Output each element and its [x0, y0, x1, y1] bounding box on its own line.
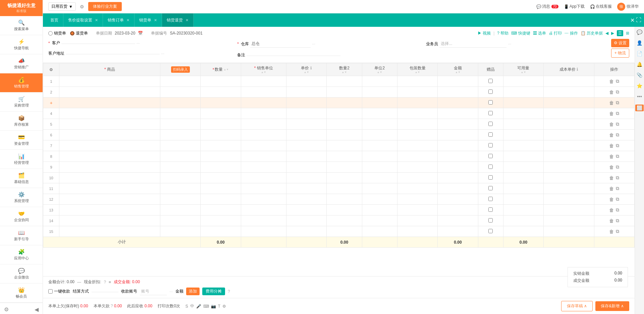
unit2-cell[interactable]: [362, 140, 397, 151]
delete-row-icon[interactable]: 🗑: [609, 111, 614, 116]
qty2-cell[interactable]: [327, 151, 362, 162]
qty2-cell[interactable]: [327, 205, 362, 215]
gift-cell[interactable]: [478, 215, 503, 226]
available-cell[interactable]: [503, 151, 543, 162]
copy-row-icon[interactable]: ⧉: [616, 89, 619, 95]
pack-qty-cell[interactable]: [397, 98, 437, 108]
set-button[interactable]: ⚙ 设置: [611, 39, 629, 47]
unit-price-cell[interactable]: [286, 108, 327, 119]
sales-unit-cell[interactable]: [241, 173, 286, 183]
customer-input[interactable]: [61, 42, 135, 44]
available-cell[interactable]: [503, 183, 543, 194]
qty-cell[interactable]: [201, 130, 241, 140]
delete-row-icon[interactable]: 🗑: [609, 89, 614, 95]
cost-price-cell[interactable]: [544, 87, 594, 98]
unit-price-cell[interactable]: [286, 183, 327, 194]
sidebar-item-guide[interactable]: 📖 新手引导: [0, 226, 43, 245]
pack-qty-cell[interactable]: [397, 151, 437, 162]
gift-checkbox[interactable]: [488, 175, 493, 180]
industry-select[interactable]: 日用百货 ▼: [48, 2, 76, 11]
warehouse-dots[interactable]: ···: [312, 42, 315, 46]
radio-sales-input[interactable]: [48, 31, 53, 36]
delete-row-icon[interactable]: 🗑: [609, 132, 614, 138]
th-settings[interactable]: ⚙: [43, 63, 59, 76]
available-cell[interactable]: [503, 119, 543, 130]
sales-unit-cell[interactable]: [241, 205, 286, 215]
available-cell[interactable]: [503, 194, 543, 205]
one-pay-checkbox[interactable]: [48, 289, 53, 294]
amount-cell[interactable]: [438, 226, 478, 237]
unit2-cell[interactable]: [362, 87, 397, 98]
pack-qty-cell[interactable]: [397, 173, 437, 183]
unit2-cell[interactable]: [362, 194, 397, 205]
salesperson-dots[interactable]: ···: [508, 42, 511, 46]
sp-docs-icon[interactable]: 📄: [637, 51, 642, 56]
pack-qty-cell[interactable]: [397, 140, 437, 151]
cost-price-cell[interactable]: [544, 183, 594, 194]
gift-checkbox[interactable]: [488, 100, 493, 105]
pack-qty-cell[interactable]: [397, 215, 437, 226]
sidebar-item-appstore[interactable]: 🧩 应用中心: [0, 245, 43, 264]
copy-row-icon[interactable]: ⧉: [616, 186, 619, 191]
toolbar-nav-next[interactable]: ▶: [611, 31, 614, 36]
toolbar-nav-prev[interactable]: ◀: [605, 31, 608, 36]
amount-cell[interactable]: [438, 183, 478, 194]
save-draft-button[interactable]: 保存草稿 ∧: [561, 301, 593, 311]
service-button[interactable]: 🎧 在线客服: [590, 4, 612, 9]
warehouse-value[interactable]: 总仓: [250, 40, 311, 48]
cost-price-cell[interactable]: [544, 108, 594, 119]
sales-unit-cell[interactable]: [241, 194, 286, 205]
address-input[interactable]: [66, 53, 160, 54]
sidebar-item-system[interactable]: ⚙️ 系统管理: [0, 188, 43, 207]
fee-btn[interactable]: 费用分摊: [202, 288, 225, 295]
sidebar-item-purchase[interactable]: 🛒 采购管理: [0, 92, 43, 112]
amount-cell[interactable]: [438, 119, 478, 130]
cost-price-cell[interactable]: [544, 98, 594, 108]
copy-row-icon[interactable]: ⧉: [616, 229, 619, 234]
unit-price-cell[interactable]: [286, 226, 327, 237]
pack-qty-cell[interactable]: [397, 183, 437, 194]
available-cell[interactable]: [503, 215, 543, 226]
available-cell[interactable]: [503, 76, 543, 87]
add-btn[interactable]: 添加: [186, 288, 200, 295]
sp-star-icon[interactable]: ⭐: [637, 83, 642, 88]
gift-cell[interactable]: [478, 108, 503, 119]
toolbar-ops[interactable]: ⋯ 操作: [565, 30, 578, 36]
gift-cell[interactable]: [478, 130, 503, 140]
gift-checkbox[interactable]: [488, 207, 493, 212]
qty2-cell[interactable]: [327, 108, 362, 119]
gift-cell[interactable]: [478, 162, 503, 173]
unit-price-cell[interactable]: [286, 194, 327, 205]
delete-row-icon[interactable]: 🗑: [609, 197, 614, 202]
pack-qty-cell[interactable]: [397, 194, 437, 205]
collapse-icon[interactable]: ◀: [35, 306, 39, 313]
gift-cell[interactable]: [478, 194, 503, 205]
qty2-cell[interactable]: [327, 194, 362, 205]
gift-cell[interactable]: [478, 87, 503, 98]
gift-cell[interactable]: [478, 183, 503, 194]
toolbar-video[interactable]: ▶ 视频: [478, 30, 491, 36]
cost-price-cell[interactable]: [544, 205, 594, 215]
copy-row-icon[interactable]: ⧉: [616, 164, 619, 170]
available-cell[interactable]: [503, 98, 543, 108]
qty2-cell[interactable]: [327, 173, 362, 183]
sidebar-item-search[interactable]: 🔍 搜索菜单: [0, 16, 43, 35]
qty-cell[interactable]: [201, 205, 241, 215]
qty2-cell[interactable]: [327, 183, 362, 194]
amount-cell[interactable]: [438, 98, 478, 108]
calendar-icon[interactable]: 📅: [138, 31, 143, 36]
sp-user-icon[interactable]: 👤: [637, 40, 642, 46]
sales-unit-cell[interactable]: [241, 87, 286, 98]
gift-cell[interactable]: [478, 140, 503, 151]
available-cell[interactable]: [503, 173, 543, 183]
toolbar-view-list[interactable]: ☰: [617, 30, 623, 36]
copy-row-icon[interactable]: ⧉: [616, 111, 619, 116]
gift-checkbox[interactable]: [488, 154, 493, 158]
sidebar-item-shortcut[interactable]: ⚡ 快捷导航: [0, 35, 43, 54]
tab-sales[interactable]: 销货单 ✕: [135, 13, 162, 27]
copy-row-icon[interactable]: ⧉: [616, 100, 619, 106]
qty-cell[interactable]: [201, 194, 241, 205]
unit-price-cell[interactable]: [286, 98, 327, 108]
gift-cell[interactable]: [478, 119, 503, 130]
available-cell[interactable]: [503, 108, 543, 119]
